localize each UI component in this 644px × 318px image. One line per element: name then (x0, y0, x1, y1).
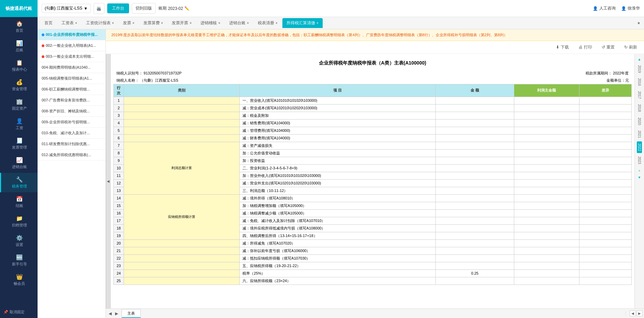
row-22-diff[interactable] (579, 224, 631, 232)
row-5-amount[interactable] (436, 97, 514, 104)
collapse-button[interactable]: ◀ (106, 54, 111, 309)
left-panel-item-003[interactable]: 003-一般企业成本支出明细... (38, 51, 106, 62)
tab-invoice-calc-close[interactable]: × (161, 21, 163, 25)
company-selector[interactable]: (勾删) 江西服宝-LSS ▼ (42, 4, 91, 13)
tab-purchase-ledger[interactable]: 进销台账 × (225, 18, 253, 28)
close-all-button[interactable]: × (636, 19, 641, 27)
sidebar-item-ledger[interactable]: 📊 总账 (0, 37, 38, 56)
sidebar-item-tax[interactable]: 🔧 税务管理 (0, 173, 38, 192)
print-button[interactable]: 🖨 打印 (576, 43, 595, 52)
tab-invoice-issue[interactable]: 发票开票 × (168, 18, 196, 28)
tab-right-arrow[interactable]: ▶ (114, 310, 120, 317)
sidebar-item-purchases[interactable]: 📈 进销台账 (0, 153, 38, 173)
row-12-amount[interactable] (436, 149, 514, 157)
row-15-diff[interactable] (579, 172, 631, 179)
old-version-button[interactable]: 切到旧版 (132, 3, 156, 14)
year-2024[interactable]: + (637, 168, 642, 174)
year-up-arrow[interactable]: ▲ (637, 57, 642, 62)
left-panel-item-006[interactable]: 006-职工薪酬纳税调整明细... (38, 84, 106, 95)
year-2019[interactable]: 2019 (637, 63, 642, 75)
left-panel-item-004[interactable]: 004-期间费用明细表(A1040... (38, 62, 106, 73)
row-13-diff[interactable] (579, 157, 631, 164)
tab-purchase-check[interactable]: 进销稽核 × (196, 18, 224, 28)
row-23-amount[interactable] (436, 232, 514, 239)
row-27-amount[interactable] (436, 262, 514, 269)
tab-invoice-close[interactable]: × (132, 21, 135, 25)
year-2020[interactable]: 2020 (637, 115, 642, 127)
row-28-profit[interactable] (514, 269, 579, 277)
unpin-button[interactable]: 📌 取消固定 (0, 306, 38, 318)
row-12-diff[interactable] (579, 149, 631, 157)
row-6-diff[interactable] (579, 104, 631, 112)
row-15-amount[interactable] (436, 172, 514, 179)
sidebar-item-archive[interactable]: 📁 归档管理 (0, 212, 38, 231)
tab-payroll-stats[interactable]: 工资统计报表 × (82, 18, 118, 28)
print-icon-btn[interactable]: 🖨️ (94, 3, 104, 14)
row-25-amount[interactable] (436, 247, 514, 254)
sidebar-item-finance[interactable]: 💰 资金管理 (0, 75, 38, 95)
row-25-profit[interactable] (514, 247, 579, 254)
download-button[interactable]: ⬇ 下载 (553, 43, 572, 52)
year-2017[interactable]: 2017 (637, 89, 642, 101)
row-22-profit[interactable] (514, 224, 579, 232)
year-2021[interactable]: 2021 (637, 128, 642, 140)
year-2022[interactable]: 2022 (637, 141, 642, 153)
left-panel-item-005[interactable]: 005-纳税调整项目明细表(A1... (38, 73, 106, 84)
row-29-profit[interactable] (514, 277, 579, 285)
year-2023[interactable]: 2023 (637, 154, 642, 166)
tab-invoice-issue-close[interactable]: × (190, 21, 192, 25)
row-18-profit[interactable] (514, 194, 579, 202)
sidebar-item-payroll[interactable]: 👤 工资 (0, 114, 38, 134)
row-24-profit[interactable] (514, 239, 579, 247)
left-panel-item-008[interactable]: 008-资产折旧、摊销及纳税... (38, 106, 106, 117)
row-10-diff[interactable] (579, 134, 631, 142)
row-8-profit[interactable] (514, 119, 579, 127)
year-2016[interactable]: 2016 (637, 76, 642, 88)
row-17-amount[interactable] (436, 187, 514, 194)
row-26-diff[interactable] (579, 254, 631, 262)
row-26-amount[interactable] (436, 254, 514, 262)
row-26-profit[interactable] (514, 254, 579, 262)
row-27-diff[interactable] (579, 262, 631, 269)
row-21-diff[interactable] (579, 217, 631, 224)
tab-invoice-calc[interactable]: 发票算费 × (139, 18, 167, 28)
tab-payroll-close[interactable]: × (75, 21, 77, 25)
refresh-button[interactable]: ↻ 刷新 (621, 43, 640, 52)
row-7-amount[interactable] (436, 112, 514, 119)
row-9-diff[interactable] (579, 127, 631, 134)
row-17-profit[interactable] (514, 187, 579, 194)
row-19-profit[interactable] (514, 202, 579, 209)
row-16-profit[interactable] (514, 179, 579, 187)
scroll-right-btn[interactable]: ▶ (636, 310, 643, 316)
row-11-profit[interactable] (514, 142, 579, 149)
row-8-amount[interactable] (436, 119, 514, 127)
workbench-button[interactable]: 工作台 (107, 3, 129, 13)
ai-consult[interactable]: 👤 人工咨询 (593, 5, 616, 11)
row-11-amount[interactable] (436, 142, 514, 149)
sidebar-item-assets[interactable]: 🏢 固定资产 (0, 95, 38, 114)
tab-payroll-stats-close[interactable]: × (112, 21, 114, 25)
row-9-profit[interactable] (514, 127, 579, 134)
row-29-amount[interactable] (436, 277, 514, 285)
row-19-diff[interactable] (579, 202, 631, 209)
row-27-profit[interactable] (514, 262, 579, 269)
row-16-diff[interactable] (579, 179, 631, 187)
tab-purchase-ledger-close[interactable]: × (247, 21, 249, 25)
row-20-profit[interactable] (514, 209, 579, 217)
row-15-profit[interactable] (514, 172, 579, 179)
row-10-amount[interactable] (436, 134, 514, 142)
sidebar-item-settings[interactable]: ⚙️ 设置 (0, 231, 38, 251)
tab-tax-table[interactable]: 税表清册 × (254, 18, 282, 28)
row-28-amount[interactable]: 0.25 (436, 269, 514, 277)
tab-tax-table-close[interactable]: × (276, 21, 278, 25)
sidebar-item-invoice[interactable]: 🧾 发票管理 (0, 134, 38, 153)
left-panel-item-012[interactable]: 012-减免所得税优惠明细表(... (38, 150, 106, 161)
tab-purchase-check-close[interactable]: × (218, 21, 220, 25)
row-20-amount[interactable] (436, 209, 514, 217)
row-19-amount[interactable] (436, 202, 514, 209)
year-down-arrow[interactable]: ▼ (637, 175, 642, 180)
row-13-amount[interactable] (436, 157, 514, 164)
row-25-diff[interactable] (579, 247, 631, 254)
row-23-profit[interactable] (514, 232, 579, 239)
row-21-profit[interactable] (514, 217, 579, 224)
